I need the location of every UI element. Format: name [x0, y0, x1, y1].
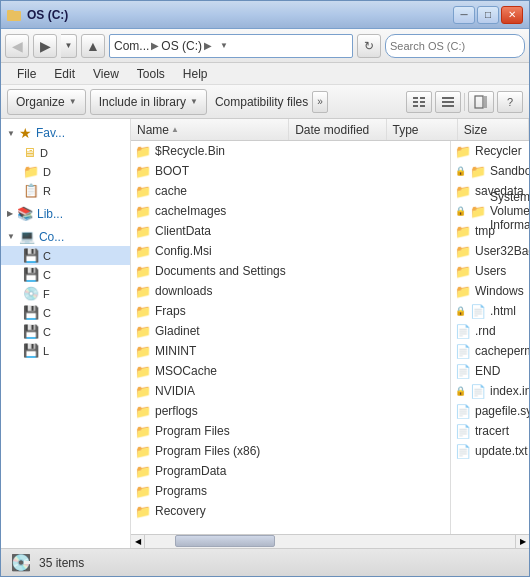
list-item[interactable]: 📁 Program Files: [131, 421, 450, 441]
list-item[interactable]: 📁 ClientData: [131, 221, 450, 241]
list-item[interactable]: 📁 Fraps: [131, 301, 450, 321]
list-item[interactable]: 📁 Recycler: [451, 141, 529, 161]
col-header-date[interactable]: Date modified: [289, 119, 386, 140]
folder-icon: 📁: [135, 384, 151, 399]
folder-icon: 📁: [135, 444, 151, 459]
list-item[interactable]: 📁 NVIDIA: [131, 381, 450, 401]
list-item[interactable]: 📁 cache: [131, 181, 450, 201]
menu-file[interactable]: File: [9, 65, 44, 83]
favorites-star-icon: ★: [19, 125, 32, 141]
h-scroll-right[interactable]: ▶: [515, 535, 529, 549]
list-item[interactable]: 📁 perflogs: [131, 401, 450, 421]
list-item[interactable]: 📁 ProgramData: [131, 461, 450, 481]
col-header-size[interactable]: Size: [458, 119, 529, 140]
list-item[interactable]: 🔒 📁 Sandbox: [451, 161, 529, 181]
address-bar[interactable]: Com... ▶ OS (C:) ▶ ▼: [109, 34, 353, 58]
list-item[interactable]: 📄 .rnd: [451, 321, 529, 341]
back-button[interactable]: ◀: [5, 34, 29, 58]
help-button[interactable]: ?: [497, 91, 523, 113]
close-button[interactable]: ✕: [501, 6, 523, 24]
search-bar[interactable]: 🔍: [385, 34, 525, 58]
breadcrumb-arrow1: ▶: [151, 40, 159, 51]
list-item[interactable]: 📄 cachepermission_file.txt: [451, 341, 529, 361]
content-area: ▼ ★ Fav... 🖥 D 📁 D 📋 R: [1, 119, 529, 548]
nav-item-c1[interactable]: 💾 C: [1, 246, 130, 265]
include-library-button[interactable]: Include in library ▼: [90, 89, 207, 115]
horizontal-scrollbar[interactable]: ◀ ▶: [131, 534, 529, 548]
list-item[interactable]: 📁 Program Files (x86): [131, 441, 450, 461]
file-name: NVIDIA: [155, 384, 195, 398]
h-scroll-thumb[interactable]: [175, 535, 275, 547]
nav-dropdown[interactable]: ▼: [61, 34, 77, 58]
favorites-arrow: ▼: [7, 129, 15, 138]
nav-item-c3[interactable]: 💾 C: [1, 303, 130, 322]
lock-icon: 🔒: [455, 306, 466, 316]
list-item[interactable]: 📁 Documents and Settings: [131, 261, 450, 281]
list-item[interactable]: 📄 pagefile.sys: [451, 401, 529, 421]
file-name: tracert: [475, 424, 509, 438]
svg-rect-6: [413, 105, 418, 107]
computer-label: Co...: [39, 230, 64, 244]
list-item[interactable]: 📄 update.txt: [451, 441, 529, 461]
list-item[interactable]: 📁 Recovery: [131, 501, 450, 521]
file-icon: 📄: [455, 344, 471, 359]
address-dropdown[interactable]: ▼: [216, 35, 232, 57]
nav-item-recent[interactable]: 📋 R: [1, 181, 130, 200]
forward-button[interactable]: ▶: [33, 34, 57, 58]
preview-pane-button[interactable]: [468, 91, 494, 113]
file-name: Programs: [155, 484, 207, 498]
status-bar: 💽 35 items: [1, 548, 529, 576]
maximize-button[interactable]: □: [477, 6, 499, 24]
file-icon: 📄: [455, 424, 471, 439]
list-item[interactable]: 📁 Users: [451, 261, 529, 281]
details-view-button[interactable]: [406, 91, 432, 113]
menu-tools[interactable]: Tools: [129, 65, 173, 83]
list-item[interactable]: 📁 MSOCache: [131, 361, 450, 381]
refresh-button[interactable]: ↻: [357, 34, 381, 58]
search-input[interactable]: [390, 40, 528, 52]
list-item[interactable]: 📁 Programs: [131, 481, 450, 501]
list-item[interactable]: 📁 cacheImages: [131, 201, 450, 221]
computer-header[interactable]: ▼ 💻 Co...: [1, 227, 130, 246]
list-item[interactable]: 📁 Gladinet: [131, 321, 450, 341]
menu-edit[interactable]: Edit: [46, 65, 83, 83]
list-item[interactable]: 🔒 📄 .html: [451, 301, 529, 321]
list-item[interactable]: 📄 END: [451, 361, 529, 381]
col-header-name[interactable]: Name ▲: [131, 119, 289, 140]
nav-item-f1[interactable]: 💿 F: [1, 284, 130, 303]
nav-item-c4[interactable]: 💾 C: [1, 322, 130, 341]
libraries-header[interactable]: ▶ 📚 Lib...: [1, 204, 130, 223]
drive-icon5: 💾: [23, 324, 39, 339]
sort-arrow: ▲: [171, 125, 179, 134]
favorites-header[interactable]: ▼ ★ Fav...: [1, 123, 130, 143]
list-item[interactable]: 🔒 📄 index.ini: [451, 381, 529, 401]
organize-button[interactable]: Organize ▼: [7, 89, 86, 115]
list-item[interactable]: 📁 User32Backup: [451, 241, 529, 261]
list-item[interactable]: 📁 BOOT: [131, 161, 450, 181]
nav-item-desktop2[interactable]: 📁 D: [1, 162, 130, 181]
col-type-label: Type: [393, 123, 419, 137]
h-scroll-track[interactable]: [145, 535, 515, 548]
more-button[interactable]: »: [312, 91, 328, 113]
file-name: cache: [155, 184, 187, 198]
list-item[interactable]: 📁 $Recycle.Bin: [131, 141, 450, 161]
minimize-button[interactable]: ─: [453, 6, 475, 24]
tiles-view-button[interactable]: [435, 91, 461, 113]
menu-help[interactable]: Help: [175, 65, 216, 83]
file-name: Gladinet: [155, 324, 200, 338]
h-scroll-left[interactable]: ◀: [131, 535, 145, 549]
list-item[interactable]: 📁 Windows: [451, 281, 529, 301]
nav-item-l1[interactable]: 💾 L: [1, 341, 130, 360]
menu-view[interactable]: View: [85, 65, 127, 83]
list-item[interactable]: 📁 downloads: [131, 281, 450, 301]
nav-item-desktop1[interactable]: 🖥 D: [1, 143, 130, 162]
list-item[interactable]: 📁 Config.Msi: [131, 241, 450, 261]
list-item[interactable]: 📄 tracert: [451, 421, 529, 441]
nav-item-c2[interactable]: 💾 C: [1, 265, 130, 284]
file-name: downloads: [155, 284, 212, 298]
file-name: Documents and Settings: [155, 264, 286, 278]
col-header-type[interactable]: Type: [387, 119, 458, 140]
list-item[interactable]: 📁 MININT: [131, 341, 450, 361]
up-button[interactable]: ▲: [81, 34, 105, 58]
list-item[interactable]: 🔒 📁 System Volume Information: [451, 201, 529, 221]
